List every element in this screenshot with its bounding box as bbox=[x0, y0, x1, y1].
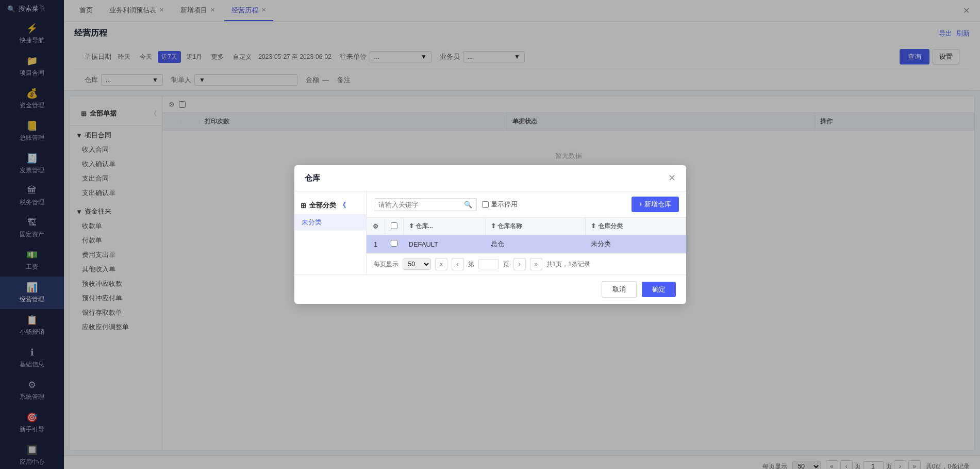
modal-th-cat: ⬆ 仓库分类 bbox=[586, 218, 686, 235]
gear-icon-th[interactable]: ⚙ bbox=[373, 223, 378, 230]
sort-icon-name: ⬆ bbox=[491, 222, 496, 230]
modal-pagination: 每页显示 50 100 « ‹ 第 1 页 › » 共1页，1条记录 bbox=[367, 253, 686, 274]
modal-th-code: ⬆ 仓库... bbox=[404, 218, 486, 235]
modal-search-wrap: 🔍 bbox=[374, 198, 477, 211]
row-gear: 1 bbox=[367, 236, 385, 252]
show-disabled-option: 显示停用 bbox=[482, 200, 518, 209]
show-disabled-checkbox[interactable] bbox=[482, 201, 489, 208]
modal-left-panel: ⊞ 全部分类 《 未分类 bbox=[294, 191, 367, 274]
modal-table-header: ⚙ ⬆ 仓库... ⬆ 仓库名称 ⬆ 仓库分类 bbox=[367, 218, 686, 235]
sort-icon-code: ⬆ bbox=[409, 222, 414, 230]
modal-toolbar: 🔍 显示停用 + 新增仓库 bbox=[367, 191, 686, 218]
grid-icon-modal: ⊞ bbox=[301, 202, 306, 209]
modal-th-gear: ⚙ bbox=[367, 219, 385, 234]
modal-overlay: 仓库 ✕ ⊞ 全部分类 《 未分类 bbox=[0, 0, 980, 469]
modal-search-input[interactable] bbox=[378, 201, 464, 208]
modal-per-page-label: 每页显示 bbox=[374, 260, 398, 269]
warehouse-modal: 仓库 ✕ ⊞ 全部分类 《 未分类 bbox=[294, 165, 686, 304]
modal-first-btn[interactable]: « bbox=[435, 258, 447, 270]
modal-header: 仓库 ✕ bbox=[294, 165, 686, 191]
modal-total-info: 共1页，1条记录 bbox=[546, 260, 590, 269]
modal-search-icon[interactable]: 🔍 bbox=[464, 201, 472, 208]
modal-th-name: ⬆ 仓库名称 bbox=[486, 218, 586, 235]
modal-left-item-uncat[interactable]: 未分类 bbox=[294, 214, 366, 231]
row-code: DEFAULT bbox=[404, 236, 486, 252]
modal-title: 仓库 bbox=[305, 173, 320, 183]
modal-select-all[interactable] bbox=[391, 222, 397, 229]
modal-prev-btn[interactable]: ‹ bbox=[452, 258, 464, 270]
cancel-button[interactable]: 取消 bbox=[602, 281, 637, 298]
modal-page-unit: 页 bbox=[503, 260, 509, 269]
modal-table-body: 1 DEFAULT 总仓 未分类 bbox=[367, 235, 686, 253]
row-name: 总仓 bbox=[486, 235, 586, 253]
row-category: 未分类 bbox=[586, 235, 686, 253]
add-warehouse-button[interactable]: + 新增仓库 bbox=[632, 197, 678, 212]
modal-close-button[interactable]: ✕ bbox=[668, 172, 676, 184]
row-check[interactable] bbox=[385, 236, 404, 252]
modal-body: ⊞ 全部分类 《 未分类 🔍 显示停用 bbox=[294, 191, 686, 274]
modal-next-btn[interactable]: › bbox=[513, 258, 526, 270]
modal-page-input[interactable]: 1 bbox=[478, 259, 499, 269]
modal-footer: 取消 确定 bbox=[294, 274, 686, 304]
row-checkbox[interactable] bbox=[391, 240, 397, 247]
modal-th-check bbox=[385, 218, 404, 235]
modal-per-page-select[interactable]: 50 100 bbox=[403, 258, 431, 270]
modal-last-btn[interactable]: » bbox=[530, 258, 542, 270]
modal-left-title-text: 全部分类 bbox=[309, 201, 336, 210]
sort-icon-cat: ⬆ bbox=[591, 222, 596, 230]
show-disabled-label: 显示停用 bbox=[491, 200, 518, 209]
table-row[interactable]: 1 DEFAULT 总仓 未分类 bbox=[367, 235, 686, 253]
confirm-button[interactable]: 确定 bbox=[642, 282, 676, 297]
modal-right-panel: 🔍 显示停用 + 新增仓库 ⚙ bbox=[367, 191, 686, 274]
modal-collapse-icon[interactable]: 《 bbox=[339, 201, 346, 210]
modal-page-label: 第 bbox=[468, 260, 474, 269]
modal-left-title[interactable]: ⊞ 全部分类 《 bbox=[294, 197, 366, 214]
